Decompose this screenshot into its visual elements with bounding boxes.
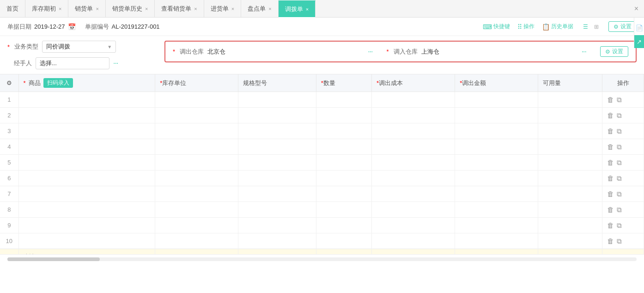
copy-row-icon[interactable]: ⧉ (617, 111, 622, 120)
tab-close-inventory-init[interactable]: × (59, 6, 61, 12)
row-cost[interactable] (372, 92, 455, 108)
target-more-icon[interactable]: ··· (582, 48, 586, 56)
panel-doc-icon[interactable]: 📄 (634, 21, 644, 34)
copy-row-icon[interactable]: ⧉ (617, 127, 622, 135)
row-product[interactable] (18, 108, 155, 123)
row-cost[interactable] (372, 139, 455, 155)
row-product[interactable] (18, 218, 155, 233)
row-product[interactable] (18, 92, 155, 108)
layout-grid-icon[interactable]: ⊞ (592, 22, 601, 31)
delete-row-icon[interactable]: 🗑 (607, 174, 614, 182)
handler-select[interactable]: 选择... (36, 57, 109, 69)
row-product[interactable] (18, 233, 155, 249)
copy-row-icon[interactable]: ⧉ (617, 174, 622, 183)
tab-close-sales-history[interactable]: × (145, 6, 148, 12)
delete-icon[interactable]: 🗑 (607, 253, 614, 254)
calendar-icon[interactable]: 📅 (68, 23, 76, 31)
tab-close-sales-order[interactable]: × (96, 6, 98, 12)
row-index: 6 (0, 171, 18, 186)
tab-inventory-check[interactable]: 盘点单 × (241, 0, 278, 17)
tab-close-purchase[interactable]: × (231, 6, 234, 12)
row-unit (155, 202, 238, 218)
copy-row-icon[interactable]: ⧉ (617, 143, 622, 151)
history-button[interactable]: 📋 历史单据 (542, 23, 573, 31)
source-more-icon[interactable]: ··· (368, 48, 372, 56)
panel-export-icon[interactable]: ↗ (634, 35, 644, 48)
handler-more-icon[interactable]: ··· (113, 59, 118, 67)
copy-icon[interactable]: ⧉ (617, 253, 622, 255)
row-quantity[interactable] (316, 155, 371, 171)
th-settings[interactable]: ⚙ (0, 74, 18, 92)
row-quantity[interactable] (316, 92, 371, 108)
copy-row-icon[interactable]: ⧉ (617, 221, 622, 230)
settings-button[interactable]: ⚙ 设置 (608, 21, 637, 32)
tab-close-view-sales[interactable]: × (194, 6, 197, 12)
row-op: 🗑 ⧉ (602, 108, 644, 123)
business-type-select[interactable]: 同价调拨 ▼ (42, 41, 116, 53)
doc-number-label: 单据编号 (85, 23, 109, 31)
th-available: 可用量 (538, 74, 602, 92)
row-cost[interactable] (372, 233, 455, 249)
row-op: 🗑 ⧉ (602, 202, 644, 218)
row-cost[interactable] (372, 202, 455, 218)
row-product[interactable] (18, 202, 155, 218)
target-warehouse-label: 调入仓库 (394, 48, 418, 56)
operations-button[interactable]: ⠿ 操作 (517, 23, 535, 31)
tab-inventory-init[interactable]: 库存期初 × (25, 0, 68, 17)
shortcuts-button[interactable]: ⌨ 快捷键 (483, 23, 510, 31)
row-index: 9 (0, 218, 18, 233)
row-product[interactable] (18, 171, 155, 186)
row-quantity[interactable] (316, 202, 371, 218)
tab-sales-history[interactable]: 销货单历史 × (106, 0, 155, 17)
scrollbar-thumb[interactable] (7, 257, 100, 261)
row-cost[interactable] (372, 171, 455, 186)
row-spec (238, 202, 316, 218)
row-cost[interactable] (372, 123, 455, 139)
row-cost[interactable] (372, 186, 455, 202)
delete-row-icon[interactable]: 🗑 (607, 111, 614, 119)
row-quantity[interactable] (316, 186, 371, 202)
delete-row-icon[interactable]: 🗑 (607, 127, 614, 135)
copy-row-icon[interactable]: ⧉ (617, 96, 622, 104)
layout-list-icon[interactable]: ☰ (581, 22, 590, 31)
delete-row-icon[interactable]: 🗑 (607, 159, 614, 166)
close-all-tabs[interactable]: × (629, 0, 644, 17)
row-cost[interactable] (372, 218, 455, 233)
row-product[interactable] (18, 186, 155, 202)
row-product[interactable] (18, 123, 155, 139)
tab-close-transfer[interactable]: × (306, 6, 309, 12)
warehouse-settings-button[interactable]: ⚙ 设置 (600, 46, 628, 57)
tab-close-inventory-check[interactable]: × (268, 6, 271, 12)
source-warehouse-field: * 调出仓库 北京仓 ··· (173, 48, 373, 56)
table-gear-icon[interactable]: ⚙ (6, 79, 12, 86)
delete-row-icon[interactable]: 🗑 (607, 221, 614, 229)
row-available (538, 139, 602, 155)
delete-row-icon[interactable]: 🗑 (607, 96, 614, 104)
row-quantity[interactable] (316, 139, 371, 155)
copy-row-icon[interactable]: ⧉ (617, 190, 622, 198)
row-quantity[interactable] (316, 123, 371, 139)
scan-button[interactable]: 扫码录入 (43, 78, 73, 88)
row-product[interactable] (18, 155, 155, 171)
tab-transfer[interactable]: 调拨单 × (279, 0, 316, 18)
row-quantity[interactable] (316, 108, 371, 123)
row-product[interactable] (18, 139, 155, 155)
row-cost[interactable] (372, 155, 455, 171)
row-quantity[interactable] (316, 218, 371, 233)
horizontal-scrollbar[interactable] (7, 257, 637, 261)
tab-view-sales[interactable]: 查看销货单 × (155, 0, 204, 17)
tab-home[interactable]: 首页 (0, 0, 25, 17)
delete-row-icon[interactable]: 🗑 (607, 237, 614, 245)
row-cost[interactable] (372, 108, 455, 123)
row-quantity[interactable] (316, 171, 371, 186)
delete-row-icon[interactable]: 🗑 (607, 143, 614, 151)
tab-purchase[interactable]: 进货单 × (204, 0, 241, 17)
delete-row-icon[interactable]: 🗑 (607, 206, 614, 214)
row-quantity[interactable] (316, 233, 371, 249)
copy-row-icon[interactable]: ⧉ (617, 159, 622, 167)
copy-row-icon[interactable]: ⧉ (617, 237, 622, 245)
tab-sales-order[interactable]: 销货单 × (68, 0, 105, 17)
delete-row-icon[interactable]: 🗑 (607, 190, 614, 198)
copy-row-icon[interactable]: ⧉ (617, 206, 622, 214)
subtotal-index: 11 (0, 249, 18, 255)
